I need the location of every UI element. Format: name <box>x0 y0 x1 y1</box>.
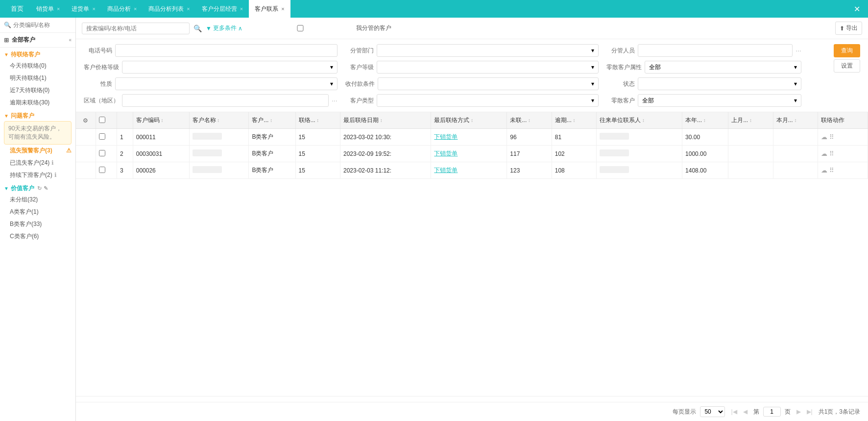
th-settings[interactable]: ⚙ <box>76 112 96 129</box>
close-product-analysis-list-tab[interactable]: × <box>187 6 190 12</box>
td-name-3 <box>189 162 249 179</box>
contact-icon-2[interactable]: ☁ <box>821 150 827 157</box>
row-checkbox-2[interactable] <box>99 150 105 156</box>
td-checkbox-2[interactable] <box>96 146 117 162</box>
th-last-month[interactable]: 上月... <box>728 112 773 129</box>
td-this-month-1 <box>773 129 818 146</box>
sidebar-item-class-c[interactable]: C类客户(6) <box>0 230 75 243</box>
td-checkbox-1[interactable] <box>96 129 117 146</box>
row-checkbox-1[interactable] <box>99 133 105 140</box>
filter-retail-attr-select[interactable]: 全部 ▾ <box>645 61 801 74</box>
td-last-contact-way-3[interactable]: 下销货单 <box>431 162 507 179</box>
blurred-unit-3 <box>600 166 629 173</box>
filter-retail-customer-select[interactable]: 全部 ▾ <box>638 94 801 107</box>
filter-customer-level-select[interactable]: ▾ <box>377 61 599 74</box>
td-checkbox-3[interactable] <box>96 162 117 179</box>
warning-icon: ⚠ <box>66 147 72 154</box>
first-page-button[interactable]: |◀ <box>729 407 739 416</box>
nav-purchase[interactable]: 进货单 × <box>66 0 101 18</box>
filter-region-label: 区域（地区） <box>84 97 119 105</box>
filter-price-level-select[interactable]: ▾ <box>122 61 338 74</box>
th-name[interactable]: 客户名称 <box>189 112 249 129</box>
th-this-year[interactable]: 本年... <box>682 112 728 129</box>
sidebar-item-churn-warning[interactable]: 流失预警客户(3) ⚠ <box>0 145 75 157</box>
last-page-button[interactable]: ▶| <box>805 407 815 416</box>
table-settings-icon[interactable]: ⚙ <box>83 117 88 124</box>
th-not-contacted[interactable]: 未联... <box>507 112 552 129</box>
my-customers-checkbox-label[interactable]: 我分管的客户 <box>246 24 391 32</box>
th-type[interactable]: 客户... <box>249 112 295 129</box>
th-checkbox[interactable] <box>96 112 117 129</box>
more-action-icon-1[interactable]: ⠿ <box>829 133 834 141</box>
search-button[interactable]: 🔍 <box>193 25 202 32</box>
sidebar-item-declining[interactable]: 持续下滑客户(2) ℹ <box>0 169 75 181</box>
th-code[interactable]: 客户编码 <box>133 112 189 129</box>
more-action-icon-3[interactable]: ⠿ <box>829 167 834 174</box>
td-last-contact-way-1[interactable]: 下销货单 <box>431 129 507 146</box>
filter-dept-select[interactable]: ▾ <box>377 44 599 57</box>
close-product-analysis-tab[interactable]: × <box>134 6 137 12</box>
nav-home[interactable]: 首页 <box>4 0 30 18</box>
sidebar-item-overdue-pending[interactable]: 逾期未联络(30) <box>0 97 75 109</box>
filter-nature: 性质 ▾ <box>84 77 338 90</box>
nav-sales[interactable]: 销货单 × <box>30 0 66 18</box>
close-customer-contact-tab[interactable]: × <box>281 6 284 12</box>
filter-region-dots[interactable]: ··· <box>332 97 338 104</box>
query-button[interactable]: 查询 <box>834 44 860 57</box>
filter-payment-terms-select[interactable]: ▾ <box>378 77 599 90</box>
sidebar-group-valued[interactable]: ▼ 价值客户 ↻ ✎ <box>0 181 75 194</box>
filter-nature-select[interactable]: ▾ <box>115 77 338 90</box>
export-button[interactable]: ⬆ 导出 <box>835 22 862 35</box>
filter-manager-dots[interactable]: ··· <box>796 47 801 54</box>
filter-status-select[interactable]: ▾ <box>638 77 801 90</box>
row-checkbox-3[interactable] <box>99 167 105 173</box>
sidebar-collapse-icon[interactable]: « <box>69 37 72 43</box>
refresh-icon[interactable]: ↻ <box>37 185 42 192</box>
more-action-icon-2[interactable]: ⠿ <box>829 150 834 157</box>
nav-customer-contact[interactable]: 客户联系 × <box>249 0 290 18</box>
th-contact[interactable]: 联络... <box>295 112 340 129</box>
filter-manager-select[interactable] <box>638 44 793 57</box>
page-number-input[interactable] <box>763 407 781 417</box>
sidebar-item-class-a[interactable]: A类客户(1) <box>0 206 75 218</box>
contact-icon-3[interactable]: ☁ <box>821 167 827 174</box>
nav-product-analysis-list[interactable]: 商品分析列表 × <box>143 0 195 18</box>
sidebar-item-week-pending[interactable]: 近7天待联络(0) <box>0 84 75 97</box>
nav-customer-layer[interactable]: 客户分层经营 × <box>196 0 249 18</box>
sidebar-group-pending-contact[interactable]: ▼ 待联络客户 <box>0 48 75 60</box>
sidebar-all-customers[interactable]: ⊞ 全部客户 « <box>0 33 75 48</box>
th-unit-contact[interactable]: 往来单位联系人 <box>597 112 682 129</box>
sidebar-item-churned[interactable]: 已流失客户(24) ℹ <box>0 157 75 169</box>
sidebar-item-ungrouped[interactable]: 未分组(32) <box>0 194 75 206</box>
sidebar-search-input[interactable] <box>13 22 72 28</box>
nav-product-analysis[interactable]: 商品分析 × <box>101 0 143 18</box>
my-customers-checkbox[interactable] <box>246 25 354 31</box>
horizontal-scrollbar-area[interactable] <box>76 396 868 402</box>
close-purchase-tab[interactable]: × <box>92 6 95 12</box>
search-input[interactable] <box>82 23 190 34</box>
th-overdue[interactable]: 逾期... <box>552 112 596 129</box>
filter-button[interactable]: ▼ 更多条件 ∧ <box>206 24 242 32</box>
sidebar-item-class-b[interactable]: B类客户(33) <box>0 218 75 230</box>
sidebar-item-tomorrow-pending[interactable]: 明天待联络(1) <box>0 72 75 84</box>
close-customer-layer-tab[interactable]: × <box>240 6 243 12</box>
filter-phone-input[interactable] <box>115 44 338 57</box>
td-last-contact-way-2[interactable]: 下销货单 <box>431 146 507 162</box>
contact-icon-1[interactable]: ☁ <box>821 133 827 141</box>
filter-customer-type-select[interactable]: ▾ <box>377 94 599 107</box>
next-page-button[interactable]: ▶ <box>795 407 803 416</box>
sidebar-item-today-pending[interactable]: 今天待联络(0) <box>0 60 75 72</box>
edit-icon[interactable]: ✎ <box>44 185 48 192</box>
select-all-checkbox[interactable] <box>99 117 105 123</box>
close-all-button[interactable]: ✕ <box>850 4 864 14</box>
th-last-contact-way[interactable]: 最后联络方式 <box>431 112 507 129</box>
filter-region-input[interactable] <box>122 94 329 107</box>
prev-page-button[interactable]: ◀ <box>741 407 749 416</box>
sidebar-group-at-risk[interactable]: ▼ 问题客户 <box>0 109 75 121</box>
grid-icon: ⊞ <box>4 37 9 44</box>
th-this-month[interactable]: 本月... <box>773 112 818 129</box>
settings-button[interactable]: 设置 <box>834 59 860 73</box>
th-last-contact-date[interactable]: 最后联络日期 <box>340 112 431 129</box>
page-size-select[interactable]: 50 10 20 100 <box>700 406 725 417</box>
close-sales-tab[interactable]: × <box>57 6 60 12</box>
